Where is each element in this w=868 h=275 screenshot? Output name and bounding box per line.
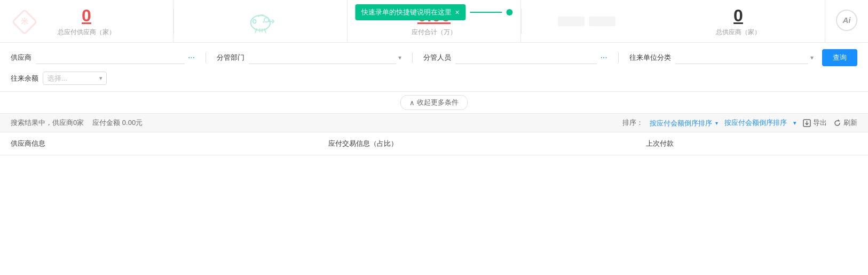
filter-divider-3 xyxy=(618,52,619,63)
filter-group-person: 分管人员 ··· xyxy=(423,51,607,64)
sort-select-wrap: 按应付会额倒序排序 ▾ xyxy=(650,119,718,127)
filter-divider-2 xyxy=(412,52,413,63)
total-suppliers-label: 总供应商（家） xyxy=(716,28,761,37)
supplier-input[interactable] xyxy=(36,51,185,64)
sort-label: 排序： xyxy=(622,118,643,128)
department-filter-label: 分管部门 xyxy=(217,53,244,62)
stat-total-suppliers: 0 总供应商（家） xyxy=(652,0,825,42)
filter-section: 供应商 ··· 分管部门 ▾ 分管人员 ··· 往来单位分类 ▾ 查询 xyxy=(0,43,868,92)
unit-category-input[interactable] xyxy=(675,51,808,64)
collapse-up-icon: ∧ xyxy=(409,99,415,107)
person-dots-btn[interactable]: ··· xyxy=(600,53,607,62)
tooltip-close-btn[interactable]: × xyxy=(455,8,459,17)
tooltip-bubble: 快速录单的快捷键说明在这里 × xyxy=(355,4,465,20)
balance-filter-label: 往来余额 xyxy=(11,74,38,83)
payable-total-label: 应付合计（万） xyxy=(412,28,456,37)
refresh-icon xyxy=(833,119,841,127)
collapse-button[interactable]: ∧ 收起更多条件 xyxy=(400,95,468,110)
amount-text: 应付金额 0.00元 xyxy=(92,118,143,128)
filter-group-unit-category: 往来单位分类 ▾ xyxy=(629,51,814,64)
balance-select-wrap: 选择... ▾ xyxy=(43,72,107,85)
person-input[interactable] xyxy=(455,51,597,64)
refresh-label: 刷新 xyxy=(843,118,857,128)
table-header: 供应商信息 应付交易信息（占比） 上次付款 xyxy=(0,132,868,155)
filter-row-2: 往来余额 选择... ▾ xyxy=(11,72,857,85)
filter-group-department: 分管部门 ▾ xyxy=(217,51,401,64)
payable-suppliers-label: 总应付供应商（家） xyxy=(58,28,115,37)
sort-down-icon: ▾ xyxy=(793,120,796,127)
svg-point-5 xyxy=(263,21,264,23)
tooltip-container: 快速录单的快捷键说明在这里 × xyxy=(355,4,512,20)
stat-placeholder-icons xyxy=(522,0,652,42)
refresh-btn[interactable]: 刷新 xyxy=(833,118,857,128)
stat-icon-area xyxy=(174,0,348,42)
collapse-bar: ∧ 收起更多条件 xyxy=(0,92,868,114)
balance-select[interactable]: 选择... xyxy=(43,72,107,85)
payable-suppliers-number[interactable]: 0 xyxy=(82,5,91,26)
svg-text:米: 米 xyxy=(20,17,29,26)
collapse-label: 收起更多条件 xyxy=(417,98,459,107)
person-filter-label: 分管人员 xyxy=(423,53,451,62)
piggy-bank-icon xyxy=(246,6,275,36)
department-input[interactable] xyxy=(249,51,396,64)
supplier-filter-label: 供应商 xyxy=(11,53,31,62)
svg-point-3 xyxy=(264,18,269,22)
table-col-transaction: 应付交易信息（占比） xyxy=(328,139,646,148)
sort-chevron-icon: ▾ xyxy=(715,120,718,126)
table-col-supplier: 供应商信息 xyxy=(11,139,328,148)
results-bar: 搜索结果中，供应商0家 应付金额 0.00元 排序： 按应付会额倒序排序 ▾ 按… xyxy=(0,114,868,132)
svg-point-4 xyxy=(253,19,256,23)
search-result-text: 搜索结果中，供应商0家 xyxy=(11,118,84,128)
filter-row-1: 供应商 ··· 分管部门 ▾ 分管人员 ··· 往来单位分类 ▾ 查询 xyxy=(11,49,857,66)
export-label: 导出 xyxy=(813,118,827,128)
export-icon xyxy=(803,119,811,127)
export-btn[interactable]: 导出 xyxy=(803,118,827,128)
tooltip-line xyxy=(470,12,502,13)
table-body xyxy=(0,155,868,275)
total-suppliers-number[interactable]: 0 xyxy=(733,5,743,26)
results-right: 排序： 按应付会额倒序排序 ▾ 按应付会额倒序排序 ▾ 导出 刷新 xyxy=(622,118,857,128)
watermark-logo: 米 xyxy=(11,8,38,36)
sort-select[interactable]: 按应付会额倒序排序 xyxy=(650,119,720,127)
ai-label: Ai xyxy=(843,15,851,25)
results-left: 搜索结果中，供应商0家 应付金额 0.00元 xyxy=(11,118,143,128)
table-col-last-payment: 上次付款 xyxy=(646,139,858,148)
filter-group-supplier: 供应商 ··· xyxy=(11,51,195,64)
supplier-dots-btn[interactable]: ··· xyxy=(188,53,195,62)
sort-selected-label: 按应付会额倒序排序 xyxy=(724,118,787,128)
filter-divider-1 xyxy=(206,52,206,63)
query-button[interactable]: 查询 xyxy=(822,49,857,66)
tooltip-dot xyxy=(507,9,513,15)
unit-category-chevron-icon: ▾ xyxy=(810,54,814,61)
unit-category-filter-label: 往来单位分类 xyxy=(629,53,671,62)
department-chevron-icon: ▾ xyxy=(398,54,401,61)
ai-area: Ai xyxy=(825,0,868,42)
ai-icon[interactable]: Ai xyxy=(836,10,857,31)
tooltip-text: 快速录单的快捷键说明在这里 xyxy=(361,7,452,17)
